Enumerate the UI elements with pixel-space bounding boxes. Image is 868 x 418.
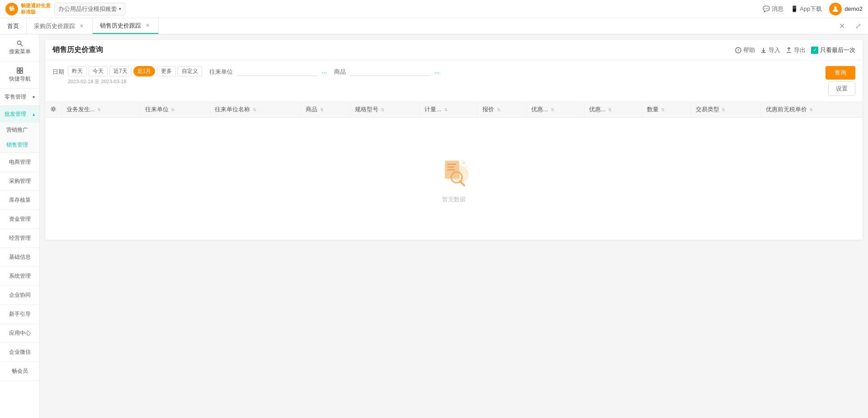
th-unit-label: 计量... xyxy=(425,106,441,113)
search-icon xyxy=(16,40,24,47)
logo-text: 畅捷通好生意 标准版 xyxy=(21,3,51,14)
th-biz-date[interactable]: 业务发生... ⇅ xyxy=(61,102,140,118)
sales-tab-close[interactable]: ✕ xyxy=(144,22,151,29)
th-price[interactable]: 报价 ⇅ xyxy=(478,102,527,118)
page-wrapper: 销售历史价查询 ? 帮助 导入 导出 xyxy=(40,34,868,418)
tab-home[interactable]: 首页 xyxy=(0,18,27,34)
sort-icon-partner: ⇅ xyxy=(171,107,175,112)
sidebar-item-quicknav-label: 快捷导航 xyxy=(9,75,31,83)
table-header-row: 业务发生... ⇅ 往来单位 ⇅ 往来单位名称 ⇅ xyxy=(45,102,863,118)
sidebar-item-management[interactable]: 经营管理 xyxy=(0,229,39,248)
gear-icon xyxy=(50,106,57,112)
sidebar-guide-label: 新手引导 xyxy=(9,310,31,318)
sidebar-item-system[interactable]: 系统管理 xyxy=(0,267,39,286)
import-btn[interactable]: 导入 xyxy=(760,46,780,54)
query-btn[interactable]: 查询 xyxy=(826,66,855,80)
export-btn[interactable]: 导出 xyxy=(786,46,806,54)
th-pretax-price[interactable]: 优惠前无税单价 ⇅ xyxy=(761,102,862,118)
sales-tab-label: 销售历史价跟踪 xyxy=(100,22,141,30)
th-unit[interactable]: 计量... ⇅ xyxy=(420,102,478,118)
user-info[interactable]: demo2 xyxy=(829,3,863,15)
sidebar-item-retail[interactable]: 零售管理 ▾ xyxy=(0,89,39,105)
top-bar-left: 畅 畅捷通好生意 标准版 办公用品行业模拟账套 ▾ xyxy=(5,3,125,15)
th-product[interactable]: 商品 ⇅ xyxy=(301,102,350,118)
help-btn[interactable]: ? 帮助 xyxy=(735,46,755,54)
close-window-btn[interactable]: ✕ xyxy=(835,20,848,33)
purchase-tab-close[interactable]: ✕ xyxy=(78,23,85,30)
sidebar-finance-label: 资金管理 xyxy=(9,215,31,223)
sort-icon-spec: ⇅ xyxy=(381,107,384,112)
svg-line-2 xyxy=(21,44,23,46)
only-last-checkbox-group[interactable]: ✓ 只看最后一次 xyxy=(811,46,855,54)
th-discount2[interactable]: 优惠... ⇅ xyxy=(584,102,642,118)
app-download-label: App下载 xyxy=(800,5,822,13)
sidebar-ecommerce-label: 电商管理 xyxy=(9,158,31,166)
date-btn-more[interactable]: 更多 xyxy=(157,66,176,76)
empty-state: 暂无数据 xyxy=(45,118,863,240)
empty-state-icon xyxy=(436,154,472,190)
th-spec[interactable]: 规格型号 ⇅ xyxy=(350,102,420,118)
tab-sales[interactable]: 销售历史价跟踪 ✕ xyxy=(93,18,159,34)
page-title: 销售历史价查询 xyxy=(52,45,103,55)
content-area: 销售历史价查询 ? 帮助 导入 导出 xyxy=(40,34,868,418)
product-dots[interactable]: ... xyxy=(434,67,440,75)
source-unit-dots[interactable]: ... xyxy=(321,67,327,75)
sidebar-item-entweixin[interactable]: 企业微信 xyxy=(0,343,39,362)
svg-point-1 xyxy=(17,41,21,45)
sidebar-item-search-label: 搜索菜单 xyxy=(9,48,31,56)
sort-icon-qty: ⇅ xyxy=(661,107,665,112)
source-unit-input[interactable] xyxy=(236,66,318,76)
th-trade-type-label: 交易类型 xyxy=(696,106,719,113)
app-selector[interactable]: 办公用品行业模拟账套 ▾ xyxy=(54,3,125,15)
sidebar-salesmgmt-label: 销售管理 xyxy=(6,142,28,148)
th-qty[interactable]: 数量 ⇅ xyxy=(642,102,691,118)
app-download-action[interactable]: 📱 App下载 xyxy=(791,5,822,13)
only-last-checkbox[interactable]: ✓ xyxy=(811,47,818,54)
setting-btn[interactable]: 设置 xyxy=(828,81,855,96)
tab-purchase[interactable]: 采购历史价跟踪 ✕ xyxy=(27,18,93,34)
svg-rect-6 xyxy=(20,71,23,73)
sidebar-item-finance[interactable]: 资金管理 xyxy=(0,210,39,229)
sidebar-item-search[interactable]: 搜索菜单 xyxy=(0,34,39,62)
sidebar-item-purchase[interactable]: 采购管理 xyxy=(0,172,39,191)
date-options: 昨天 今天 近7天 近1月 更多 自定义 2023-02-18 至 2023-0… xyxy=(68,66,202,85)
th-partner[interactable]: 往来单位 ⇅ xyxy=(140,102,210,118)
sidebar-item-sales-mgmt[interactable]: 销售管理 xyxy=(0,138,39,152)
import-label: 导入 xyxy=(769,46,780,54)
sidebar-item-basicinfo[interactable]: 基础信息 xyxy=(0,248,39,267)
date-btn-custom[interactable]: 自定义 xyxy=(178,66,202,76)
sidebar-group-wholesale: 批发管理 ▴ 营销推广 销售管理 xyxy=(0,106,39,153)
message-action[interactable]: 💬 消息 xyxy=(763,5,783,13)
sidebar: 搜索菜单 快捷导航 零售管理 ▾ 批发管理 ▴ 营销推广 销售管理 电商管 xyxy=(0,34,40,418)
th-trade-type[interactable]: 交易类型 ⇅ xyxy=(691,102,761,118)
chevron-down-icon: ▾ xyxy=(119,6,121,11)
date-btn-7days[interactable]: 近7天 xyxy=(109,66,132,76)
sidebar-item-wholesale[interactable]: 批发管理 ▴ xyxy=(0,106,39,123)
sidebar-item-inventory[interactable]: 库存核算 xyxy=(0,191,39,210)
th-discount1[interactable]: 优惠... ⇅ xyxy=(527,102,585,118)
maximize-window-btn[interactable]: ⤢ xyxy=(852,20,864,33)
sidebar-item-guide[interactable]: 新手引导 xyxy=(0,305,39,324)
sidebar-item-marketing[interactable]: 营销推广 xyxy=(0,123,39,138)
date-btn-yesterday[interactable]: 昨天 xyxy=(68,66,87,76)
sidebar-item-collab[interactable]: 企业协同 xyxy=(0,286,39,305)
sidebar-collab-label: 企业协同 xyxy=(9,291,31,299)
app-selector-label: 办公用品行业模拟账套 xyxy=(58,5,117,13)
th-partner-name[interactable]: 往来单位名称 ⇅ xyxy=(210,102,301,118)
sidebar-item-appcenter[interactable]: 应用中心 xyxy=(0,324,39,343)
export-label: 导出 xyxy=(794,46,806,54)
th-price-label: 报价 xyxy=(482,106,494,113)
sidebar-system-label: 系统管理 xyxy=(9,272,31,280)
date-btn-today[interactable]: 今天 xyxy=(89,66,108,76)
sidebar-item-ecommerce[interactable]: 电商管理 xyxy=(0,153,39,172)
th-biz-date-label: 业务发生... xyxy=(66,106,95,113)
retail-expand-icon: ▾ xyxy=(33,95,35,100)
date-btn-1month[interactable]: 近1月 xyxy=(133,66,156,76)
sidebar-item-quicknav[interactable]: 快捷导航 xyxy=(0,62,39,89)
sidebar-member-label: 畅会员 xyxy=(12,367,28,375)
product-input[interactable] xyxy=(349,66,431,76)
sort-icon-price: ⇅ xyxy=(497,107,500,112)
svg-point-9 xyxy=(52,108,54,110)
sidebar-item-member[interactable]: 畅会员 xyxy=(0,362,39,381)
th-gear[interactable] xyxy=(45,102,61,118)
